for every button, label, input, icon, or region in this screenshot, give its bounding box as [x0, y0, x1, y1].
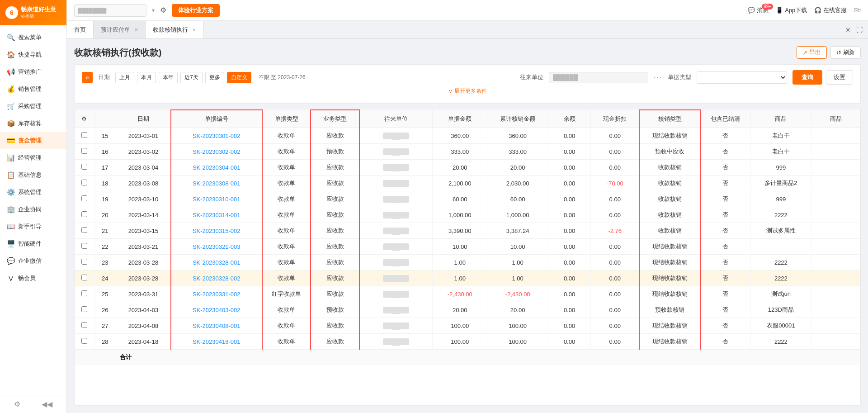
cell-discount: -70.00: [591, 176, 640, 191]
doc-no-link[interactable]: SK-20230321-003: [193, 243, 241, 250]
doc-no-link[interactable]: SK-20230418-001: [193, 338, 241, 345]
row-checkbox[interactable]: [81, 259, 87, 265]
more-date-btn[interactable]: 更多: [205, 72, 224, 83]
tab-collection[interactable]: 收款核销执行 ×: [146, 21, 203, 38]
settings-button[interactable]: 设置: [826, 70, 853, 85]
cell-checkbox[interactable]: [75, 239, 94, 255]
row-checkbox[interactable]: [81, 164, 87, 170]
tab-home[interactable]: 首页: [67, 21, 94, 38]
doc-no-link[interactable]: SK-20230408-001: [193, 323, 241, 329]
last-month-btn[interactable]: 上月: [115, 72, 134, 83]
close-tab-icon[interactable]: ✕: [845, 26, 851, 33]
row-checkbox[interactable]: [81, 195, 87, 201]
refresh-button[interactable]: ↺ 刷新: [830, 46, 861, 59]
sidebar-item-system[interactable]: ⚙️ 系统管理: [0, 184, 66, 201]
cell-checkbox[interactable]: [75, 255, 94, 271]
user-name[interactable]: Rit: [854, 7, 861, 14]
row-checkbox[interactable]: [81, 338, 87, 344]
cell-checkbox[interactable]: [75, 318, 94, 334]
cell-checkbox[interactable]: [75, 176, 94, 191]
last-7days-btn[interactable]: 近7天: [180, 72, 203, 83]
sidebar-item-finance[interactable]: 💳 资金管理: [0, 132, 66, 149]
cell-checkbox[interactable]: [75, 191, 94, 207]
cell-balance: 0.00: [548, 191, 590, 207]
row-checkbox[interactable]: [81, 243, 87, 249]
sidebar-item-purchase[interactable]: 🛒 采购管理: [0, 98, 66, 115]
sidebar-item-sales[interactable]: 💰 销售管理: [0, 81, 66, 98]
cell-checkbox[interactable]: [75, 160, 94, 176]
cell-include-settled: 否: [700, 160, 750, 176]
tab-payable[interactable]: 预计应付单 ×: [94, 21, 146, 38]
sidebar-item-basic[interactable]: 📋 基础信息: [0, 166, 66, 184]
row-checkbox[interactable]: [81, 211, 87, 217]
doc-no-link[interactable]: SK-20230308-001: [193, 180, 241, 187]
cell-checkbox[interactable]: [75, 271, 94, 286]
row-checkbox[interactable]: [81, 322, 87, 328]
sidebar-item-guide[interactable]: 📖 新手引导: [0, 218, 66, 235]
more-options-icon[interactable]: ···: [654, 73, 662, 81]
row-checkbox[interactable]: [81, 275, 87, 280]
filter-toggle-button[interactable]: »: [82, 72, 93, 83]
payable-tab-close-icon[interactable]: ×: [135, 27, 138, 33]
message-button[interactable]: 💬 消息 99+: [748, 6, 769, 14]
sidebar-item-search[interactable]: 🔍 搜索菜单: [0, 29, 66, 46]
export-button[interactable]: ↗ 导出: [797, 46, 827, 59]
row-checkbox[interactable]: [81, 148, 87, 154]
cell-checkbox[interactable]: [75, 144, 94, 160]
sidebar-item-corp[interactable]: 🏢 企业协同: [0, 201, 66, 218]
doc-no-link[interactable]: SK-20230314-001: [193, 212, 241, 218]
sidebar-item-hardware[interactable]: 🖥️ 智能硬件: [0, 235, 66, 252]
solution-button[interactable]: 体验行业方案: [172, 4, 220, 17]
doc-no-link[interactable]: SK-20230315-002: [193, 228, 241, 234]
doc-no-link[interactable]: SK-20230328-001: [193, 259, 241, 266]
sidebar-item-wechat[interactable]: 💬 企业微信: [0, 252, 66, 270]
cell-verify-type: 预收款核销: [639, 302, 700, 318]
sidebar-item-marketing[interactable]: 📢 营销推广: [0, 63, 66, 81]
doc-no-link[interactable]: SK-20230302-002: [193, 148, 241, 155]
doc-no-link[interactable]: SK-20230304-001: [193, 164, 241, 171]
cell-checkbox[interactable]: [75, 128, 94, 144]
cell-doc-type: 收款单: [262, 191, 311, 207]
expand-tab-icon[interactable]: ⛶: [856, 26, 863, 33]
expand-more-button[interactable]: ∨ 展开更多条件: [448, 87, 487, 95]
query-button[interactable]: 查询: [793, 70, 822, 85]
cell-biz-type: 应收款: [311, 239, 359, 255]
cell-checkbox[interactable]: [75, 223, 94, 239]
collapse-icon[interactable]: ◀◀: [42, 400, 52, 408]
row-checkbox[interactable]: [81, 180, 87, 185]
doc-no-link[interactable]: SK-20230331-002: [193, 291, 241, 298]
th-verify-type: 核销类型: [639, 110, 700, 128]
sidebar-item-inventory[interactable]: 📦 库存核算: [0, 115, 66, 132]
partner-input[interactable]: [549, 72, 648, 83]
row-checkbox[interactable]: [81, 306, 87, 312]
cell-checkbox[interactable]: [75, 207, 94, 223]
collection-tab-close-icon[interactable]: ×: [193, 27, 196, 33]
this-year-btn[interactable]: 本年: [159, 72, 178, 83]
doc-no-link[interactable]: SK-20230310-001: [193, 196, 241, 203]
th-partner: 往来单位: [359, 110, 433, 128]
settings-footer-icon[interactable]: ⚙: [14, 400, 20, 408]
topbar-gear-icon[interactable]: ⚙: [160, 6, 166, 14]
app-download-button[interactable]: 📱 App下载: [776, 6, 807, 14]
this-month-btn[interactable]: 本月: [137, 72, 156, 83]
sidebar-item-quick[interactable]: 🏠 快捷导航: [0, 46, 66, 63]
cell-checkbox[interactable]: [75, 286, 94, 302]
cell-checkbox[interactable]: [75, 334, 94, 350]
doc-no-link[interactable]: SK-20230403-002: [193, 307, 241, 313]
sidebar-item-operations[interactable]: 📊 经营管理: [0, 149, 66, 166]
sidebar-item-member[interactable]: V 畅会员: [0, 270, 66, 287]
table-row: 27 2023-04-08 SK-20230408-001 收款单 应收款 ██…: [75, 318, 860, 334]
row-checkbox[interactable]: [81, 132, 87, 138]
cell-amount: 3,390.00: [433, 223, 487, 239]
row-checkbox[interactable]: [81, 290, 87, 296]
row-checkbox[interactable]: [81, 227, 87, 233]
th-settings[interactable]: ⚙: [75, 110, 94, 128]
doc-no-link[interactable]: SK-20230301-002: [193, 133, 241, 139]
topbar-search[interactable]: ████████: [74, 4, 146, 17]
cell-checkbox[interactable]: [75, 302, 94, 318]
doc-no-link[interactable]: SK-20230328-002: [193, 275, 241, 282]
dropdown-arrow-icon[interactable]: ▾: [152, 7, 155, 14]
type-select[interactable]: [697, 71, 787, 84]
custom-date-btn[interactable]: 自定义: [227, 72, 251, 83]
online-service-button[interactable]: 🎧 在线客服: [814, 6, 847, 14]
